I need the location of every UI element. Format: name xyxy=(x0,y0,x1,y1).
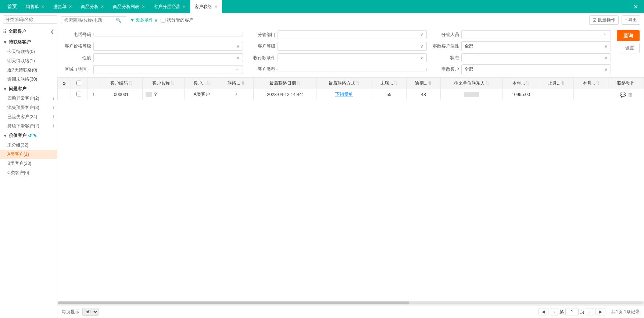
sidebar-item-churned[interactable]: 已流失客户(24) ℹ xyxy=(0,112,57,121)
th-last-way[interactable]: 最后联络方式⇅ xyxy=(316,78,372,89)
region-input[interactable]: ··· xyxy=(93,65,243,74)
price-grade-select[interactable]: ∨ xyxy=(93,42,243,51)
sidebar-item-b-class[interactable]: B类客户(33) xyxy=(0,159,57,168)
section-value-customers[interactable]: ▼ 价值客户 ↺ ✎ xyxy=(0,131,57,141)
qr-icon[interactable]: ⊞ xyxy=(628,92,633,98)
last-page-button[interactable]: ▶ xyxy=(595,308,605,315)
tab-sales[interactable]: 销售单 ✕ xyxy=(21,0,49,13)
close-sales-tab[interactable]: ✕ xyxy=(41,4,44,9)
sidebar-item-c-class[interactable]: C类客户(6) xyxy=(0,168,57,177)
th-index xyxy=(87,78,100,89)
department-select[interactable]: ∨ xyxy=(278,30,427,39)
sort-last-way-icon[interactable]: ⇅ xyxy=(356,81,359,86)
td-code[interactable]: 000031 xyxy=(100,89,142,100)
tab-product-analysis[interactable]: 商品分析 ✕ xyxy=(76,0,108,13)
scroll-thumb[interactable] xyxy=(58,301,409,304)
first-page-button[interactable]: ◀ xyxy=(539,308,548,315)
sidebar-item-unclassified[interactable]: 未分组(32) xyxy=(0,141,57,150)
sort-overdue-icon[interactable]: ⇅ xyxy=(428,81,432,86)
tab-customer-contact[interactable]: 客户联络 ✕ xyxy=(190,0,222,13)
sort-company-icon[interactable]: ⇅ xyxy=(486,81,489,86)
sidebar-item-tomorrow[interactable]: 明天待联络(1) xyxy=(0,56,57,66)
content-area: 🔍 ▼ 更多条件 ∧ 我分管的客户 ☑ 批量操作 ↑ 导出 xyxy=(57,13,644,318)
filter-search-icon[interactable]: 🔍 xyxy=(116,18,121,23)
th-settings[interactable]: ⚙ xyxy=(58,78,71,89)
retail-select[interactable]: 全部 ∨ xyxy=(461,64,611,74)
window-close-button[interactable]: ✕ xyxy=(630,3,641,10)
sidebar-collapse-button[interactable]: ❮ xyxy=(50,29,54,34)
sidebar-item-a-class[interactable]: A类客户(1) xyxy=(0,150,57,159)
sort-last-date-icon[interactable]: ⇅ xyxy=(297,81,300,86)
filter-search-input[interactable] xyxy=(64,18,116,23)
customer-grade-select[interactable]: ∨ xyxy=(278,42,427,51)
th-last-date[interactable]: 最后联络日期⇅ xyxy=(253,78,316,89)
close-product-analysis-list-tab[interactable]: ✕ xyxy=(142,4,145,9)
sidebar-item-overdue[interactable]: 逾期未联络(30) xyxy=(0,75,57,84)
select-all-checkbox[interactable] xyxy=(76,81,81,85)
th-last-month[interactable]: 上月...⇅ xyxy=(539,78,574,89)
sort-code-icon[interactable]: ⇅ xyxy=(129,81,132,86)
sort-contact-icon[interactable]: ⇅ xyxy=(241,81,245,86)
sort-grade-icon[interactable]: ⇅ xyxy=(207,81,210,86)
sidebar-item-7days[interactable]: 近7天待联络(0) xyxy=(0,66,57,75)
phone-input[interactable] xyxy=(93,33,243,36)
filter-nature: 性质 ∨ xyxy=(62,53,243,62)
th-code[interactable]: 客户编码⇅ xyxy=(100,78,142,89)
sort-this-month-icon[interactable]: ⇅ xyxy=(596,81,600,86)
more-conditions-button[interactable]: ▼ 更多条件 ∧ xyxy=(130,17,158,23)
tab-customer-segmentation[interactable]: 客户分层经营 ✕ xyxy=(149,0,190,13)
person-input[interactable]: ··· xyxy=(461,30,611,39)
customer-type-input[interactable] xyxy=(278,68,427,71)
setting-button[interactable]: 设置 xyxy=(620,43,640,53)
next-page-button[interactable]: › xyxy=(586,308,594,315)
sort-this-year-icon[interactable]: ⇅ xyxy=(526,81,529,86)
td-last-way[interactable]: 下销货单 xyxy=(316,89,372,100)
th-this-month[interactable]: 本月...⇅ xyxy=(574,78,608,89)
nature-select[interactable]: ∨ xyxy=(93,53,243,62)
sort-last-month-icon[interactable]: ⇅ xyxy=(561,81,565,86)
close-customer-seg-tab[interactable]: ✕ xyxy=(182,4,186,9)
sidebar-item-churn-warning[interactable]: 流失预警客户(3) ℹ xyxy=(0,103,57,112)
horizontal-scrollbar[interactable] xyxy=(57,301,644,305)
edit-icon[interactable]: ✎ xyxy=(33,133,37,138)
close-purchase-tab[interactable]: ✕ xyxy=(69,4,72,9)
company-color-block xyxy=(464,92,479,97)
close-customer-contact-tab[interactable]: ✕ xyxy=(214,4,218,9)
page-size-select[interactable]: 50 xyxy=(82,308,99,316)
tab-product-analysis-list[interactable]: 商品分析列表 ✕ xyxy=(108,0,149,13)
close-product-analysis-tab[interactable]: ✕ xyxy=(101,4,104,9)
th-no-contact[interactable]: 未联...⇅ xyxy=(372,78,406,89)
my-customers-checkbox[interactable]: 我分管的客户 xyxy=(161,17,193,23)
th-this-year[interactable]: 本年...⇅ xyxy=(502,78,539,89)
sidebar-search-input[interactable] xyxy=(3,15,57,24)
sidebar-item-repurchase-abnormal[interactable]: 回购异常客户(2) ℹ xyxy=(0,94,57,103)
section-pending-contact[interactable]: ▼ 待联络客户 xyxy=(0,37,57,47)
batch-operation-button[interactable]: ☑ 批量操作 xyxy=(589,15,619,25)
refresh-icon[interactable]: ↺ xyxy=(28,133,32,138)
payment-select[interactable]: ∨ xyxy=(278,53,427,62)
query-button[interactable]: 查询 xyxy=(617,30,640,41)
sidebar-item-declining[interactable]: 持续下滑客户(2) ℹ xyxy=(0,121,57,131)
page-number-input[interactable] xyxy=(565,308,579,315)
home-tab[interactable]: 首页 xyxy=(3,0,21,13)
row-checkbox[interactable] xyxy=(76,92,81,96)
th-name[interactable]: 客户名称⇅ xyxy=(142,78,185,89)
sort-no-contact-icon[interactable]: ⇅ xyxy=(394,81,397,86)
th-overdue[interactable]: 逾期...⇅ xyxy=(406,78,441,89)
prev-page-button[interactable]: ‹ xyxy=(550,308,558,315)
tab-purchase[interactable]: 进货单 ✕ xyxy=(49,0,76,13)
export-button[interactable]: ↑ 导出 xyxy=(622,15,640,25)
td-name[interactable]: ？ xyxy=(142,89,185,100)
section-problem-customers[interactable]: ▼ 问题客户 xyxy=(0,84,57,94)
status-select[interactable]: ∨ xyxy=(461,53,611,62)
all-customers-header[interactable]: ⠿ 全部客户 ❮ xyxy=(0,26,57,37)
sidebar-item-today[interactable]: 今天待联络(0) xyxy=(0,47,57,56)
th-company-contact[interactable]: 往来单位联系人⇅ xyxy=(441,78,502,89)
sort-name-icon[interactable]: ⇅ xyxy=(171,81,174,86)
chat-icon[interactable]: 💬 xyxy=(620,92,626,98)
retail-attr-select[interactable]: 全部 ∨ xyxy=(461,41,611,51)
th-grade[interactable]: 客户...⇅ xyxy=(185,78,219,89)
my-customers-check[interactable] xyxy=(161,18,165,22)
filter-icon: ▼ xyxy=(130,18,135,23)
th-contact[interactable]: 联络...⇅ xyxy=(219,78,254,89)
